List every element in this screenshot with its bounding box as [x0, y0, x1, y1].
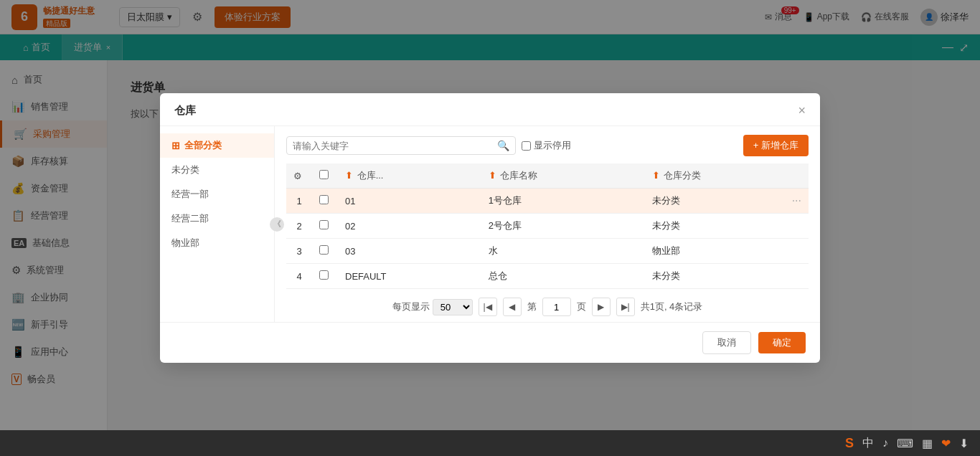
taskbar-icon-heart[interactable]: ❤ — [941, 437, 951, 450]
taskbar: S 中 ♪ ⌨ ▦ ❤ ⬇ — [0, 430, 980, 456]
taskbar-icon-music[interactable]: ♪ — [882, 437, 888, 450]
total-info: 共1页, 4条记录 — [641, 300, 703, 313]
modal-close-button[interactable]: × — [798, 103, 806, 118]
row-name-2: 2号仓库 — [481, 214, 645, 239]
page-suffix: 页 — [577, 300, 586, 313]
row-code-4: DEFAULT — [338, 264, 481, 289]
prev-page-button[interactable]: ◀ — [503, 298, 522, 316]
show-disabled-label: 显示停用 — [522, 139, 571, 152]
row-num-3: 3 — [286, 239, 312, 264]
table-header-row: ⚙ ⬆ 仓库... ⬆ 仓库名称 ⬆ — [286, 163, 809, 189]
taskbar-icon-grid[interactable]: ▦ — [922, 437, 933, 450]
category-item-ops2[interactable]: 经营二部 — [160, 206, 274, 231]
settings-icon: ⚙ — [293, 171, 302, 181]
taskbar-icon-keyboard[interactable]: ⌨ — [897, 437, 913, 450]
row-cat-3: 物业部 — [645, 239, 809, 264]
modal-body: ⊞ 全部分类 未分类 经营一部 经营二部 物业部 《 — [160, 126, 820, 322]
category-item-ops1[interactable]: 经营一部 — [160, 182, 274, 206]
category-sidebar: ⊞ 全部分类 未分类 经营一部 经营二部 物业部 《 — [160, 126, 275, 322]
category-label-3: 物业部 — [171, 237, 199, 248]
sort-icon-name: ⬆ — [489, 170, 496, 181]
th-category: ⬆ 仓库分类 — [645, 163, 809, 189]
search-input[interactable] — [293, 141, 497, 151]
next-page-button[interactable]: ▶ — [592, 298, 611, 316]
row-name-1: 1号仓库 — [481, 189, 645, 214]
page-input[interactable] — [542, 298, 571, 316]
show-disabled-checkbox[interactable] — [522, 141, 531, 151]
sort-icon-cat: ⬆ — [652, 170, 660, 181]
row-actions-1[interactable]: ··· — [792, 194, 801, 207]
th-code: ⬆ 仓库... — [338, 163, 481, 189]
row-num-2: 2 — [286, 214, 312, 239]
th-settings: ⚙ — [286, 163, 312, 189]
table-row[interactable]: 1 01 1号仓库 未分类 ··· — [286, 189, 809, 214]
modal-header: 仓库 × — [160, 93, 820, 126]
category-label-0: 未分类 — [171, 164, 199, 175]
modal-overlay: 仓库 × ⊞ 全部分类 未分类 经营一部 经营二部 — [0, 0, 980, 456]
cancel-button[interactable]: 取消 — [702, 331, 751, 354]
table-area: 🔍 显示停用 + 新增仓库 ⚙ ⬆ — [275, 126, 820, 322]
row-checkbox-2 — [312, 214, 338, 239]
sort-icon: ⬆ — [345, 170, 353, 181]
row-code-3: 03 — [338, 239, 481, 264]
row-num-1: 1 — [286, 189, 312, 214]
row-code-2: 02 — [338, 214, 481, 239]
taskbar-icon-down[interactable]: ⬇ — [959, 437, 969, 450]
modal-footer: 取消 确定 — [160, 322, 820, 363]
row-cat-1: 未分类 ··· — [645, 189, 809, 214]
row-num-4: 4 — [286, 264, 312, 289]
row-cat-2: 未分类 — [645, 214, 809, 239]
category-all-item[interactable]: ⊞ 全部分类 — [160, 133, 274, 158]
search-icon[interactable]: 🔍 — [497, 140, 509, 151]
pagination: 每页显示 50 20 100 |◀ ◀ 第 页 ▶ ▶| 共1页, 4条记录 — [286, 289, 809, 322]
th-name: ⬆ 仓库名称 — [481, 163, 645, 189]
category-all-label: 全部分类 — [184, 139, 222, 152]
select-all-checkbox[interactable] — [319, 170, 329, 179]
th-checkbox — [312, 163, 338, 189]
grid-icon: ⊞ — [171, 140, 180, 151]
row-code-1: 01 — [338, 189, 481, 214]
per-page-select[interactable]: 50 20 100 — [433, 299, 473, 315]
warehouse-modal: 仓库 × ⊞ 全部分类 未分类 经营一部 经营二部 — [160, 93, 820, 363]
last-page-button[interactable]: ▶| — [616, 298, 635, 316]
table-toolbar: 🔍 显示停用 + 新增仓库 — [286, 135, 809, 156]
row-name-4: 总仓 — [481, 264, 645, 289]
add-warehouse-button[interactable]: + 新增仓库 — [743, 135, 809, 156]
first-page-button[interactable]: |◀ — [479, 298, 497, 316]
table-row[interactable]: 3 03 水 物业部 — [286, 239, 809, 264]
modal-title: 仓库 — [174, 104, 196, 118]
row-name-3: 水 — [481, 239, 645, 264]
row-checkbox-1 — [312, 189, 338, 214]
per-page-label: 每页显示 — [392, 300, 430, 313]
category-collapse-button[interactable]: 《 — [270, 217, 284, 232]
table-row[interactable]: 2 02 2号仓库 未分类 — [286, 214, 809, 239]
category-item-unclassified[interactable]: 未分类 — [160, 158, 274, 182]
row-cat-4: 未分类 — [645, 264, 809, 289]
category-item-property[interactable]: 物业部 — [160, 231, 274, 255]
table-row[interactable]: 4 DEFAULT 总仓 未分类 — [286, 264, 809, 289]
page-label: 第 — [527, 300, 537, 313]
taskbar-icon-s[interactable]: S — [845, 436, 854, 451]
row-checkbox-4 — [312, 264, 338, 289]
category-label-1: 经营一部 — [171, 189, 209, 199]
category-label-2: 经营二部 — [171, 213, 209, 224]
show-disabled-text: 显示停用 — [534, 139, 571, 152]
warehouse-table: ⚙ ⬆ 仓库... ⬆ 仓库名称 ⬆ — [286, 163, 809, 289]
search-box: 🔍 — [286, 136, 516, 155]
taskbar-icon-cn[interactable]: 中 — [862, 436, 874, 451]
page-size-area: 每页显示 50 20 100 — [392, 299, 473, 315]
confirm-button[interactable]: 确定 — [758, 332, 806, 353]
row-checkbox-3 — [312, 239, 338, 264]
